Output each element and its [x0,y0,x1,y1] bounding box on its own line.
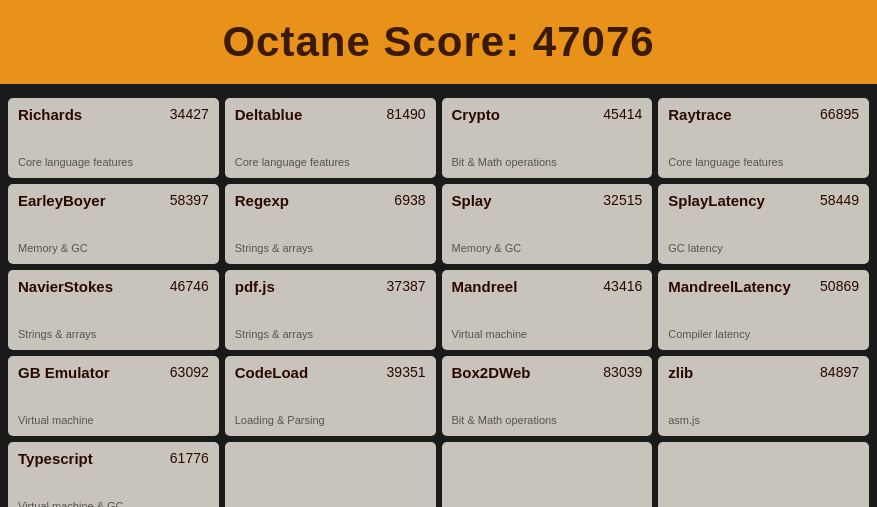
benchmark-card-crypto: Crypto45414Bit & Math operations [442,98,653,178]
benchmark-score: 58449 [820,192,859,208]
benchmark-card-splaylatency: SplayLatency58449GC latency [658,184,869,264]
benchmark-card-mandreel: Mandreel43416Virtual machine [442,270,653,350]
benchmark-name: Raytrace [668,106,731,123]
benchmark-card-regexp: Regexp6938Strings & arrays [225,184,436,264]
benchmark-score: 83039 [603,364,642,380]
benchmark-card-box2dweb: Box2DWeb83039Bit & Math operations [442,356,653,436]
benchmark-card-splay: Splay32515Memory & GC [442,184,653,264]
benchmark-category: Strings & arrays [18,328,209,340]
benchmark-card-navierstokes: NavierStokes46746Strings & arrays [8,270,219,350]
benchmark-name: MandreelLatency [668,278,791,295]
benchmark-category: Core language features [18,156,209,168]
benchmark-card-earleyboyer: EarleyBoyer58397Memory & GC [8,184,219,264]
empty-card-17 [225,442,436,507]
benchmark-category: Memory & GC [18,242,209,254]
benchmark-category: Strings & arrays [235,328,426,340]
benchmark-category: Virtual machine & GC [18,500,209,507]
benchmark-name: Richards [18,106,82,123]
benchmark-score: 34427 [170,106,209,122]
octane-score-title: Octane Score: 47076 [20,18,857,66]
empty-card-18 [442,442,653,507]
benchmark-score: 6938 [394,192,425,208]
benchmark-card-deltablue: Deltablue81490Core language features [225,98,436,178]
benchmark-card-mandreellatency: MandreelLatency50869Compiler latency [658,270,869,350]
benchmark-card-typescript: Typescript61776Virtual machine & GC [8,442,219,507]
benchmark-score: 58397 [170,192,209,208]
benchmark-name: EarleyBoyer [18,192,106,209]
benchmark-category: GC latency [668,242,859,254]
benchmark-name: CodeLoad [235,364,308,381]
benchmark-category: Virtual machine [452,328,643,340]
benchmark-card-raytrace: Raytrace66895Core language features [658,98,869,178]
benchmark-score: 84897 [820,364,859,380]
benchmark-name: Deltablue [235,106,303,123]
benchmark-score: 81490 [387,106,426,122]
benchmark-score: 46746 [170,278,209,294]
empty-card-19 [658,442,869,507]
benchmark-card-codeload: CodeLoad39351Loading & Parsing [225,356,436,436]
benchmark-score: 63092 [170,364,209,380]
benchmark-category: Bit & Math operations [452,156,643,168]
benchmark-name: Box2DWeb [452,364,531,381]
benchmark-score: 45414 [603,106,642,122]
benchmark-name: Typescript [18,450,93,467]
benchmark-name: NavierStokes [18,278,113,295]
benchmark-score: 32515 [603,192,642,208]
benchmark-name: pdf.js [235,278,275,295]
benchmark-category: Core language features [668,156,859,168]
benchmark-score: 66895 [820,106,859,122]
benchmark-name: GB Emulator [18,364,110,381]
benchmark-score: 61776 [170,450,209,466]
benchmark-score: 43416 [603,278,642,294]
benchmark-card-pdf.js: pdf.js37387Strings & arrays [225,270,436,350]
benchmark-name: Regexp [235,192,289,209]
benchmark-card-zlib: zlib84897asm.js [658,356,869,436]
benchmark-name: Mandreel [452,278,518,295]
benchmark-category: Core language features [235,156,426,168]
benchmark-category: asm.js [668,414,859,426]
benchmark-category: Strings & arrays [235,242,426,254]
benchmark-name: Splay [452,192,492,209]
benchmark-name: Crypto [452,106,500,123]
benchmark-score: 37387 [387,278,426,294]
benchmark-grid: Richards34427Core language featuresDelta… [0,92,877,507]
benchmark-category: Memory & GC [452,242,643,254]
benchmark-category: Bit & Math operations [452,414,643,426]
benchmark-name: zlib [668,364,693,381]
header: Octane Score: 47076 [0,0,877,84]
benchmark-score: 39351 [387,364,426,380]
benchmark-card-gb-emulator: GB Emulator63092Virtual machine [8,356,219,436]
benchmark-category: Loading & Parsing [235,414,426,426]
benchmark-category: Compiler latency [668,328,859,340]
benchmark-category: Virtual machine [18,414,209,426]
benchmark-name: SplayLatency [668,192,765,209]
benchmark-card-richards: Richards34427Core language features [8,98,219,178]
benchmark-score: 50869 [820,278,859,294]
